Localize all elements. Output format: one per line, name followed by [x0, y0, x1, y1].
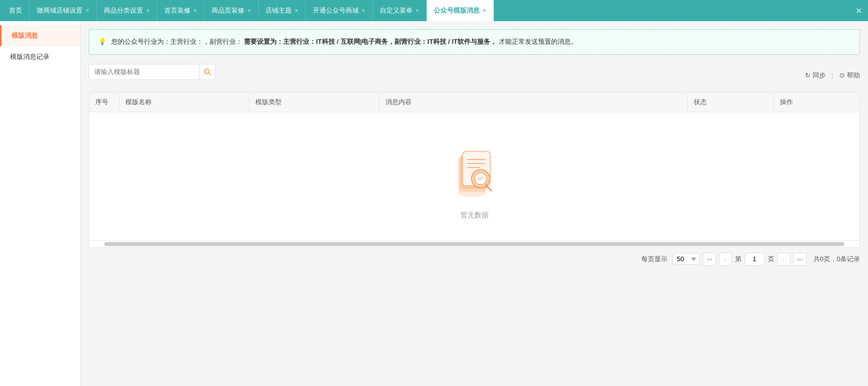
sync-label: 同步: [813, 71, 826, 80]
tab-category-settings[interactable]: 商品分类设置×: [97, 0, 157, 21]
tab-template-msg[interactable]: 公众号模版消息×: [427, 0, 494, 21]
tab-close-icon[interactable]: ×: [193, 7, 197, 14]
table-header-row: 序号模版名称模版类型消息内容状态操作: [89, 92, 860, 112]
sync-button[interactable]: ↻ 同步: [805, 71, 826, 80]
notice-box: 💡 您的公众号行业为：主营行业：，副营行业： 需要设置为：主营行业：IT科技 /…: [89, 29, 860, 55]
search-bar: [89, 64, 216, 80]
tab-close-icon[interactable]: ×: [295, 7, 298, 14]
search-button[interactable]: [199, 64, 216, 80]
page-size-select[interactable]: 102050100: [673, 253, 700, 265]
right-actions: ↻ 同步 | ⊙ 帮助: [805, 71, 860, 80]
page-number-input[interactable]: [745, 253, 765, 266]
page-size-label: 每页显示: [641, 255, 667, 264]
col-header-type: 模版类型: [249, 92, 379, 112]
page-suffix: 页: [768, 255, 774, 264]
empty-state: 暂无数据: [89, 112, 859, 240]
tab-label: 公众号模版消息: [434, 6, 480, 15]
notice-highlight: 需要设置为：主营行业：IT科技 / 互联网|电子商务，副营行业：IT科技 / I…: [244, 38, 497, 45]
tab-home[interactable]: 首页: [2, 0, 30, 21]
tab-close-icon[interactable]: ×: [362, 7, 365, 14]
notice-prefix: 您的公众号行业为：主营行业：，副营行业：: [111, 38, 242, 45]
tab-label: 首页: [9, 6, 22, 15]
svg-line-1: [208, 73, 210, 75]
last-page-button[interactable]: ⏭: [793, 253, 807, 266]
empty-icon: [444, 142, 505, 203]
page-label: 第: [735, 255, 742, 264]
tab-label: 首页装修: [164, 6, 190, 15]
empty-state-row: 暂无数据: [89, 112, 860, 240]
top-nav: 首页微商城店铺设置×商品分类设置×首页装修×商品页装修×店铺主题×开通公众号商城…: [0, 0, 868, 21]
notice-suffix: 才能正常发送预置的消息。: [499, 38, 577, 45]
main-layout: 模版消息模版消息记录 💡 您的公众号行业为：主营行业：，副营行业： 需要设置为：…: [0, 21, 868, 386]
help-label: 帮助: [847, 71, 860, 80]
tab-open-mall[interactable]: 开通公众号商城×: [306, 0, 373, 21]
next-page-button[interactable]: ›: [777, 253, 790, 266]
tab-wshop-settings[interactable]: 微商城店铺设置×: [30, 0, 97, 21]
tab-label: 店铺主题: [265, 6, 292, 15]
horizontal-scrollbar[interactable]: [89, 241, 860, 248]
total-info: 共0页，0条记录: [814, 255, 860, 264]
content-area: 💡 您的公众号行业为：主营行业：，副营行业： 需要设置为：主营行业：IT科技 /…: [81, 21, 868, 386]
tab-label: 微商城店铺设置: [37, 6, 83, 15]
tab-close-icon[interactable]: ×: [247, 7, 251, 14]
data-table: 序号模版名称模版类型消息内容状态操作: [89, 92, 860, 241]
tab-label: 商品分类设置: [104, 6, 143, 15]
tab-close-icon[interactable]: ×: [483, 7, 486, 14]
col-header-seq: 序号: [89, 92, 119, 112]
first-page-button[interactable]: ⏮: [703, 253, 716, 266]
tab-product-decor[interactable]: 商品页装修×: [205, 0, 258, 21]
table-header: 序号模版名称模版类型消息内容状态操作: [89, 92, 860, 112]
global-close-icon[interactable]: ✕: [855, 6, 862, 16]
col-header-content: 消息内容: [379, 92, 688, 112]
tab-close-icon[interactable]: ×: [86, 7, 89, 14]
search-input[interactable]: [89, 64, 199, 80]
tab-close-icon[interactable]: ×: [146, 7, 150, 14]
tab-close-icon[interactable]: ×: [416, 7, 419, 14]
col-header-status: 状态: [688, 92, 774, 112]
empty-text: 暂无数据: [89, 211, 859, 220]
scrollbar-thumb: [104, 242, 844, 246]
bulb-icon: 💡: [98, 38, 106, 45]
pagination: 每页显示 102050100 ⏮ ‹ 第 页 › ⏭ 共0页，0条记录: [89, 248, 860, 271]
actions-divider: |: [832, 71, 833, 79]
tab-label: 商品页装修: [212, 6, 244, 15]
help-icon: ⊙: [839, 71, 845, 79]
col-header-actions: 操作: [774, 92, 860, 112]
sidebar-item-template-msg-log[interactable]: 模版消息记录: [0, 46, 80, 67]
sidebar-item-template-msg[interactable]: 模版消息: [0, 25, 80, 46]
tab-custom-menu[interactable]: 自定义菜单×: [373, 0, 427, 21]
table-body: 暂无数据: [89, 112, 860, 240]
search-icon: [204, 68, 211, 75]
tab-label: 自定义菜单: [380, 6, 413, 15]
tab-store-theme[interactable]: 店铺主题×: [258, 0, 306, 21]
tab-home-decor[interactable]: 首页装修×: [157, 0, 205, 21]
tab-label: 开通公众号商城: [313, 6, 359, 15]
sidebar: 模版消息模版消息记录: [0, 21, 81, 386]
help-button[interactable]: ⊙ 帮助: [839, 71, 860, 80]
top-actions-row: ↻ 同步 | ⊙ 帮助: [89, 64, 860, 87]
col-header-name: 模版名称: [119, 92, 249, 112]
sync-icon: ↻: [805, 71, 811, 79]
prev-page-button[interactable]: ‹: [719, 253, 732, 266]
svg-point-10: [475, 173, 487, 185]
